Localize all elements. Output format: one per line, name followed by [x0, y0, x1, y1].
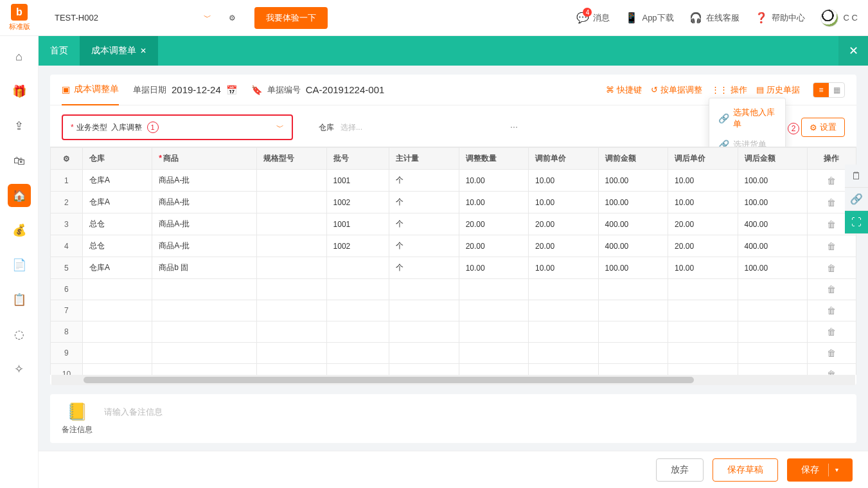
- callout-1: 1: [147, 122, 159, 133]
- ops-button[interactable]: ⋮⋮ 操作: [711, 84, 747, 96]
- money-icon[interactable]: 💰: [8, 219, 31, 242]
- link-icon: 🔗: [718, 113, 729, 123]
- calendar-icon: 📅: [226, 85, 237, 95]
- chevron-down-icon[interactable]: ▾: [835, 466, 838, 473]
- gear-icon[interactable]: ⚙: [222, 8, 242, 28]
- gift-icon[interactable]: 🎁: [8, 80, 31, 103]
- table-row[interactable]: 6 🗑: [51, 279, 856, 300]
- table-row[interactable]: 9 🗑: [51, 343, 856, 364]
- horizontal-scrollbar[interactable]: [51, 375, 855, 385]
- delete-row-button[interactable]: 🗑: [807, 235, 856, 257]
- chevron-down-icon: ﹀: [276, 122, 284, 133]
- discard-button[interactable]: 放弃: [656, 458, 704, 482]
- table-row[interactable]: 4 总仓 商品A-批 1002 个 20.00 20.00 400.00 20.…: [51, 235, 856, 257]
- settings-button[interactable]: ⚙ 设置: [801, 118, 845, 137]
- phone-icon: 📱: [625, 12, 638, 24]
- table-row[interactable]: 10 🗑: [51, 364, 856, 375]
- view-toggle: ≡ ▦: [813, 82, 845, 98]
- delete-row-button[interactable]: 🗑: [807, 343, 856, 364]
- delete-row-button[interactable]: 🗑: [807, 279, 856, 300]
- message-badge: 4: [583, 8, 592, 17]
- headset-icon: 🎧: [689, 12, 702, 24]
- delete-row-button[interactable]: 🗑: [807, 321, 856, 343]
- col-before-amount[interactable]: 调前金额: [598, 148, 668, 170]
- shortcuts-button[interactable]: ⌘ 快捷键: [606, 84, 642, 96]
- col-product[interactable]: *商品: [152, 148, 257, 170]
- tag-icon: 🔖: [251, 85, 262, 95]
- link-tool-icon[interactable]: 🔗: [845, 188, 868, 211]
- tab-home[interactable]: 首页: [39, 36, 80, 66]
- col-before-price[interactable]: 调前单价: [529, 148, 598, 170]
- filter-row: *业务类型入库调整 1 ﹀ 仓库 选择... ⋯ ⚙ 设置 🔗选其他入库单 🔗选…: [50, 105, 856, 147]
- items-table: ⚙ 仓库 *商品 规格型号 批号 主计量 调整数量 调前单价 调前金额 调后单价: [50, 147, 856, 375]
- doc-date[interactable]: 单据日期 2019-12-24 📅: [133, 84, 237, 96]
- table-header-row: ⚙ 仓库 *商品 规格型号 批号 主计量 调整数量 调前单价 调前金额 调后单价: [51, 148, 856, 170]
- logo[interactable]: b 标准版: [0, 4, 39, 32]
- col-after-amount[interactable]: 调后金额: [738, 148, 807, 170]
- by-doc-button[interactable]: ↺ 按单据调整: [651, 84, 702, 96]
- table-row[interactable]: 8 🗑: [51, 321, 856, 343]
- doc-icon: ▣: [62, 84, 70, 95]
- warehouse-field[interactable]: 仓库 选择... ⋯: [319, 122, 518, 133]
- remarks-panel: 📒 备注信息: [50, 394, 856, 443]
- upload-icon[interactable]: ⇪: [8, 114, 31, 138]
- table-row[interactable]: 3 总仓 商品A-批 1001 个 20.00 20.00 400.00 20.…: [51, 213, 856, 235]
- ellipsis-icon: ⋯: [510, 123, 518, 132]
- report-icon[interactable]: 📄: [8, 253, 31, 276]
- help-icon: ❓: [755, 12, 768, 24]
- document-tab[interactable]: ▣ 成本调整单: [62, 75, 119, 105]
- bag-icon[interactable]: 🛍: [8, 149, 31, 172]
- gear-header[interactable]: ⚙: [51, 148, 83, 170]
- avatar[interactable]: [820, 9, 838, 27]
- save-draft-button[interactable]: 保存草稿: [713, 458, 778, 482]
- loop-icon[interactable]: ◌: [8, 323, 31, 346]
- sidebar: ⌂ 🎁 ⇪ 🛍 🏠 💰 📄 📋 ◌ ✧: [0, 36, 39, 488]
- list-view-icon[interactable]: ≡: [813, 83, 829, 97]
- delete-row-button[interactable]: 🗑: [807, 364, 856, 375]
- table-row[interactable]: 5 仓库A 商品b 固 个 10.00 10.00 100.00 10.00 1…: [51, 257, 856, 279]
- expand-tool-icon[interactable]: ⛶: [845, 211, 868, 234]
- close-icon[interactable]: ✕: [140, 46, 146, 55]
- float-tools: 🗒 🔗 ⛶: [845, 165, 868, 234]
- chevron-down-icon: ﹀: [204, 12, 211, 23]
- org-name: TEST-H002: [55, 13, 98, 23]
- trial-button[interactable]: 我要体验一下: [254, 7, 328, 29]
- delete-row-button[interactable]: 🗑: [807, 257, 856, 279]
- tab-cost-adjust[interactable]: 成本调整单 ✕: [80, 36, 158, 66]
- close-all-tabs[interactable]: ✕: [838, 36, 868, 66]
- grid-view-icon[interactable]: ▦: [829, 83, 844, 97]
- scrollbar-thumb[interactable]: [84, 377, 694, 383]
- app-download-button[interactable]: 📱 App下载: [625, 12, 673, 24]
- table-row[interactable]: 2 仓库A 商品A-批 1002 个 10.00 10.00 100.00 10…: [51, 192, 856, 213]
- warehouse-icon[interactable]: 🏠: [8, 184, 31, 207]
- help-center-button[interactable]: ❓ 帮助中心: [755, 12, 805, 24]
- col-batch[interactable]: 批号: [326, 148, 389, 170]
- document-card: ▣ 成本调整单 单据日期 2019-12-24 📅 🔖 单据编号 CA-2019…: [50, 75, 856, 385]
- note-tool-icon[interactable]: 🗒: [845, 165, 868, 188]
- remarks-input[interactable]: [102, 402, 845, 422]
- business-type-field[interactable]: *业务类型入库调整 1 ﹀: [62, 114, 293, 140]
- doc-number: 🔖 单据编号 CA-20191224-001: [251, 84, 385, 96]
- col-qty[interactable]: 调整数量: [459, 148, 528, 170]
- user-name[interactable]: C C: [844, 13, 858, 23]
- col-after-price[interactable]: 调后单价: [668, 148, 738, 170]
- customer-service-button[interactable]: 🎧 在线客服: [689, 12, 740, 24]
- delete-row-button[interactable]: 🗑: [807, 300, 856, 321]
- new-icon[interactable]: ✧: [8, 357, 31, 381]
- remarks-header: 📒 备注信息: [62, 402, 93, 435]
- table-row[interactable]: 7 🗑: [51, 300, 856, 321]
- list-icon[interactable]: 📋: [8, 288, 31, 311]
- home-icon[interactable]: ⌂: [8, 45, 31, 68]
- col-warehouse[interactable]: 仓库: [82, 148, 152, 170]
- table-container[interactable]: ⚙ 仓库 *商品 规格型号 批号 主计量 调整数量 调前单价 调前金额 调后单价: [50, 147, 856, 375]
- callout-2: 2: [788, 123, 799, 134]
- history-button[interactable]: ▤ 历史单据: [756, 84, 800, 96]
- select-other-inbound[interactable]: 🔗选其他入库单: [709, 102, 785, 134]
- col-spec[interactable]: 规格型号: [257, 148, 326, 170]
- org-selector[interactable]: TEST-H002 ﹀: [46, 7, 220, 29]
- logo-icon: b: [11, 4, 28, 21]
- table-row[interactable]: 1 仓库A 商品A-批 1001 个 10.00 10.00 100.00 10…: [51, 170, 856, 192]
- messages-button[interactable]: 💬 4 消息: [576, 12, 610, 24]
- save-button[interactable]: 保存 ▾: [787, 458, 853, 482]
- col-uom[interactable]: 主计量: [389, 148, 459, 170]
